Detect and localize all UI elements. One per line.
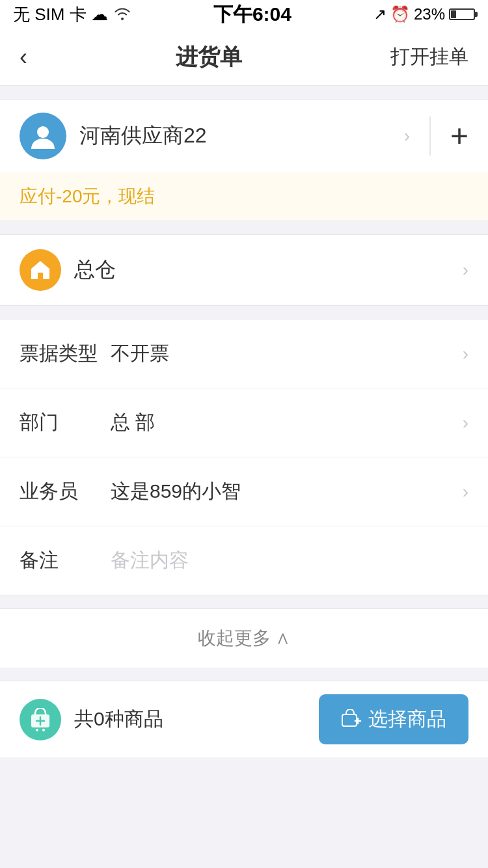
department-row[interactable]: 部门 总 部 › bbox=[0, 388, 488, 457]
supplier-row[interactable]: 河南供应商22 › + bbox=[0, 100, 488, 172]
warehouse-name: 总仓 bbox=[74, 256, 463, 284]
warehouse-row[interactable]: 总仓 › bbox=[0, 234, 488, 306]
department-label: 部门 bbox=[20, 409, 111, 436]
status-bar: 无 SIM 卡 ☁ 下午6:04 ↗ ⏰ 23% bbox=[0, 0, 488, 29]
supplier-divider bbox=[429, 116, 431, 156]
invoice-value: 不开票 bbox=[111, 340, 463, 367]
svg-rect-4 bbox=[342, 714, 357, 726]
invoice-row[interactable]: 票据类型 不开票 › bbox=[0, 319, 488, 388]
department-value: 总 部 bbox=[111, 409, 463, 436]
alarm-icon: ⏰ bbox=[390, 5, 410, 23]
department-chevron-icon: › bbox=[463, 413, 468, 433]
form-section: 票据类型 不开票 › 部门 总 部 › 业务员 这是859的小智 › 备注 备注… bbox=[0, 319, 488, 595]
warehouse-chevron-icon: › bbox=[463, 260, 468, 280]
invoice-label: 票据类型 bbox=[20, 340, 111, 367]
status-left: 无 SIM 卡 ☁ bbox=[13, 3, 131, 26]
no-sim-label: 无 SIM 卡 ☁ bbox=[13, 3, 108, 26]
home-icon bbox=[29, 258, 52, 282]
product-icon-bg bbox=[20, 699, 61, 740]
product-count-text: 共0种商品 bbox=[74, 706, 319, 733]
warning-text: 应付-20元，现结 bbox=[20, 186, 155, 206]
wifi-icon bbox=[113, 5, 131, 25]
warning-banner: 应付-20元，现结 bbox=[0, 172, 488, 221]
remark-label: 备注 bbox=[20, 547, 111, 574]
location-icon: ↗ bbox=[373, 5, 386, 23]
status-time: 下午6:04 bbox=[213, 1, 291, 28]
battery-icon bbox=[449, 8, 475, 20]
select-product-button[interactable]: 选择商品 bbox=[319, 694, 468, 744]
svg-point-0 bbox=[37, 126, 49, 138]
collapse-toggle[interactable]: 收起更多 ∧ bbox=[0, 608, 488, 668]
section-divider-1 bbox=[0, 86, 488, 99]
remark-row[interactable]: 备注 备注内容 bbox=[0, 526, 488, 595]
add-supplier-button[interactable]: + bbox=[450, 120, 468, 152]
add-cart-icon bbox=[341, 709, 362, 730]
bottom-bar: 共0种商品 选择商品 bbox=[0, 681, 488, 757]
salesman-row[interactable]: 业务员 这是859的小智 › bbox=[0, 457, 488, 526]
status-right: ↗ ⏰ 23% bbox=[373, 5, 475, 23]
salesman-label: 业务员 bbox=[20, 478, 111, 505]
nav-bar: ‹ 进货单 打开挂单 bbox=[0, 29, 488, 86]
open-pending-button[interactable]: 打开挂单 bbox=[390, 44, 468, 70]
supplier-name: 河南供应商22 bbox=[79, 122, 404, 150]
salesman-chevron-icon: › bbox=[463, 481, 468, 502]
salesman-value: 这是859的小智 bbox=[111, 478, 463, 505]
supplier-chevron-icon: › bbox=[404, 126, 410, 146]
svg-point-2 bbox=[36, 729, 38, 731]
select-product-label: 选择商品 bbox=[368, 706, 446, 733]
back-button[interactable]: ‹ bbox=[20, 44, 27, 71]
remark-placeholder[interactable]: 备注内容 bbox=[111, 547, 468, 574]
cart-icon bbox=[29, 708, 52, 731]
invoice-chevron-icon: › bbox=[463, 344, 468, 364]
page-title: 进货单 bbox=[176, 42, 242, 72]
person-icon bbox=[29, 122, 57, 150]
svg-point-3 bbox=[42, 729, 45, 731]
supplier-section: 河南供应商22 › + 应付-20元，现结 bbox=[0, 99, 488, 221]
collapse-label: 收起更多 ∧ bbox=[198, 628, 291, 648]
supplier-avatar bbox=[20, 113, 66, 159]
battery-percent: 23% bbox=[414, 5, 445, 23]
warehouse-icon-bg bbox=[20, 249, 61, 291]
